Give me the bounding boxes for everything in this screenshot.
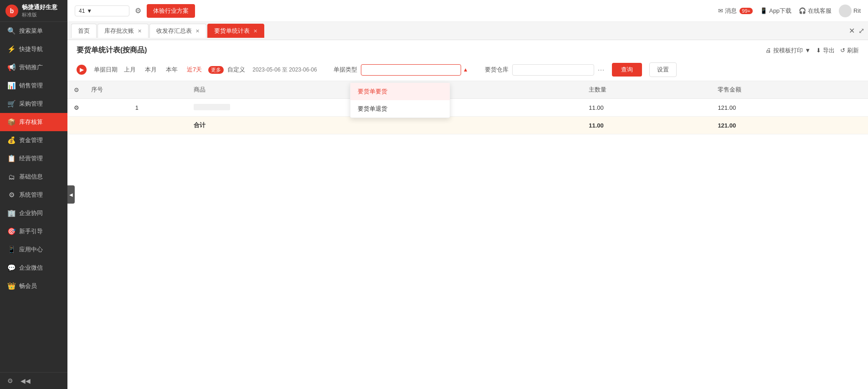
sidebar-label-quick-nav: 快捷导航 <box>19 45 43 53</box>
refresh-icon: ↺ <box>840 47 845 54</box>
filter-expand-button[interactable]: ▶ <box>77 65 87 75</box>
finance-icon: 💰 <box>7 136 15 144</box>
sidebar-item-sales[interactable]: 📊销售管理 <box>0 77 67 95</box>
warehouse-filter-label: 要货仓库 <box>485 66 508 74</box>
footer-label: 合计 <box>188 117 401 134</box>
type-filter-input[interactable] <box>361 64 461 76</box>
date-btn-this-year[interactable]: 本年 <box>163 65 180 75</box>
tenant-name: 41 <box>79 8 85 14</box>
row-settings[interactable]: ⚙ <box>67 99 86 117</box>
sidebar-item-finance[interactable]: 💰资金管理 <box>0 131 67 149</box>
wechat-icon: 💬 <box>7 264 15 272</box>
tab-close-collect-summary[interactable]: ✕ <box>195 28 200 34</box>
sidebar-item-search[interactable]: 🔍搜索菜单 <box>0 22 67 40</box>
sidebar-label-system: 系统管理 <box>19 191 43 199</box>
tenant-selector[interactable]: 41 ▼ <box>75 5 129 16</box>
operation-icon: 📋 <box>7 154 15 163</box>
trial-button[interactable]: 体验行业方案 <box>147 4 195 18</box>
sidebar-item-operation[interactable]: 📋经营管理 <box>0 149 67 168</box>
sidebar-item-quick-nav[interactable]: ⚡快捷导航 <box>0 40 67 58</box>
tab-home[interactable]: 首页 <box>71 24 97 38</box>
sidebar-item-base-info[interactable]: 🗂基础信息 <box>0 168 67 186</box>
filter-more-icon[interactable]: ··· <box>598 65 605 75</box>
row-settings-icon[interactable]: ⚙ <box>74 104 79 111</box>
filter-settings-button[interactable]: 设置 <box>649 62 677 77</box>
settings-bottom-icon[interactable]: ⚙ <box>7 377 13 384</box>
app-name: 畅捷通好生意 <box>22 4 57 11</box>
tab-collect-summary[interactable]: 收发存汇总表✕ <box>149 24 206 38</box>
date-more-badge[interactable]: 更多 <box>208 66 224 74</box>
tab-inventory-batch[interactable]: 库存批次账✕ <box>98 24 149 38</box>
sidebar: b 畅捷通好生意 标准版 🔍搜索菜单⚡快捷导航📢营销推广📊销售管理🛒采购管理📦库… <box>0 0 67 389</box>
sidebar-item-member[interactable]: 👑畅会员 <box>0 277 67 295</box>
messages-action[interactable]: ✉ 消息 99+ <box>718 7 753 15</box>
sidebar-item-system[interactable]: ⚙系统管理 <box>0 186 67 204</box>
sidebar-label-inventory: 库存核算 <box>19 118 43 126</box>
tab-label-demand-stats: 要货单统计表 <box>214 27 250 35</box>
top-header: 41 ▼ ⚙ 体验行业方案 ✉ 消息 99+ 📱 App下载 🎧 在线客服 R <box>67 0 868 22</box>
guide-icon: 🎯 <box>7 227 15 235</box>
export-button[interactable]: ⬇ 导出 <box>816 46 835 55</box>
sidebar-item-marketing[interactable]: 📢营销推广 <box>0 58 67 77</box>
type-filter-group: 单据类型 ▲ <box>334 64 468 76</box>
date-btn-last7[interactable]: 近7天 <box>184 65 205 75</box>
app-download-label: App下载 <box>769 7 791 15</box>
app-version: 标准版 <box>22 11 57 18</box>
page-title: 要货单统计表(按商品) <box>77 46 147 55</box>
sidebar-label-marketing: 营销推广 <box>19 63 43 72</box>
data-table: ⚙ 序号 商品 主计量单位 主数量 零售金额 ⚙ 1 块 11.00 121.0… <box>67 81 868 134</box>
sidebar-label-operation: 经营管理 <box>19 154 43 163</box>
sidebar-label-finance: 资金管理 <box>19 136 43 144</box>
sidebar-label-enterprise: 企业协同 <box>19 209 43 217</box>
headset-icon: 🎧 <box>799 7 806 14</box>
sidebar-item-wechat[interactable]: 💬企业微信 <box>0 259 67 277</box>
date-filter-label: 单据日期 <box>94 66 118 74</box>
sidebar-label-guide: 新手引导 <box>19 227 43 235</box>
sidebar-bottom: ⚙ ◀◀ <box>0 372 67 389</box>
sidebar-item-app-center[interactable]: 📱应用中心 <box>0 241 67 259</box>
tab-close-all-icon[interactable]: ✕ <box>849 26 855 35</box>
enterprise-icon: 🏢 <box>7 209 15 217</box>
sidebar-item-purchase[interactable]: 🛒采购管理 <box>0 95 67 113</box>
footer-qty: 11.00 <box>583 117 712 134</box>
member-icon: 👑 <box>7 282 15 290</box>
date-filter-group: 单据日期 上月 本月 本年 近7天 更多 自定义 <box>94 65 245 75</box>
refresh-button[interactable]: ↺ 刷新 <box>840 46 859 55</box>
dropdown-item-return[interactable]: 要货单退货 <box>350 100 450 118</box>
online-service-action[interactable]: 🎧 在线客服 <box>799 7 832 15</box>
col-qty: 主数量 <box>583 81 712 99</box>
tab-expand-icon[interactable]: ⤢ <box>858 26 864 35</box>
page-content: 要货单统计表(按商品) 🖨 按模板打印 ▼ ⬇ 导出 ↺ 刷新 ▶ <box>67 40 868 389</box>
collapse-icon[interactable]: ◀◀ <box>21 377 31 384</box>
sidebar-item-enterprise[interactable]: 🏢企业协同 <box>0 204 67 222</box>
warehouse-filter-input[interactable] <box>512 64 594 76</box>
row-amount: 121.00 <box>712 99 868 117</box>
print-button[interactable]: 🖨 按模板打印 ▼ <box>765 46 811 55</box>
user-name: Rit <box>853 7 861 14</box>
date-btn-this-month[interactable]: 本月 <box>142 65 159 75</box>
tab-close-inventory-batch[interactable]: ✕ <box>138 28 142 34</box>
sidebar-item-guide[interactable]: 🎯新手引导 <box>0 222 67 241</box>
marketing-icon: 📢 <box>7 63 15 72</box>
query-button[interactable]: 查询 <box>612 63 642 77</box>
tab-demand-stats[interactable]: 要货单统计表✕ <box>207 24 264 38</box>
app-download-action[interactable]: 📱 App下载 <box>760 7 791 15</box>
date-custom-btn[interactable]: 自定义 <box>227 66 245 74</box>
sidebar-nav: 🔍搜索菜单⚡快捷导航📢营销推广📊销售管理🛒采购管理📦库存核算💰资金管理📋经营管理… <box>0 22 67 372</box>
table-container: ⚙ 序号 商品 主计量单位 主数量 零售金额 ⚙ 1 块 11.00 121.0… <box>67 81 868 134</box>
header-settings-icon[interactable]: ⚙ <box>135 6 141 15</box>
user-profile[interactable]: Rit <box>839 5 861 17</box>
date-range-display: 2023-05-06 至 2023-06-06 <box>252 66 317 74</box>
tab-close-demand-stats[interactable]: ✕ <box>253 28 257 34</box>
sidebar-item-inventory[interactable]: 📦库存核算 <box>0 113 67 131</box>
base-info-icon: 🗂 <box>7 173 15 181</box>
sidebar-collapse-btn[interactable]: ◀ <box>67 185 75 204</box>
phone-icon: 📱 <box>760 7 767 14</box>
type-filter-arrow-icon[interactable]: ▲ <box>463 67 468 73</box>
sidebar-label-search: 搜索菜单 <box>19 27 43 35</box>
date-btn-last-month[interactable]: 上月 <box>121 65 139 75</box>
dropdown-item-order[interactable]: 要货单要货 <box>350 83 450 100</box>
col-settings[interactable]: ⚙ <box>67 81 86 99</box>
sidebar-label-wechat: 企业微信 <box>19 264 43 272</box>
table-row: ⚙ 1 块 11.00 121.00 <box>67 99 868 117</box>
